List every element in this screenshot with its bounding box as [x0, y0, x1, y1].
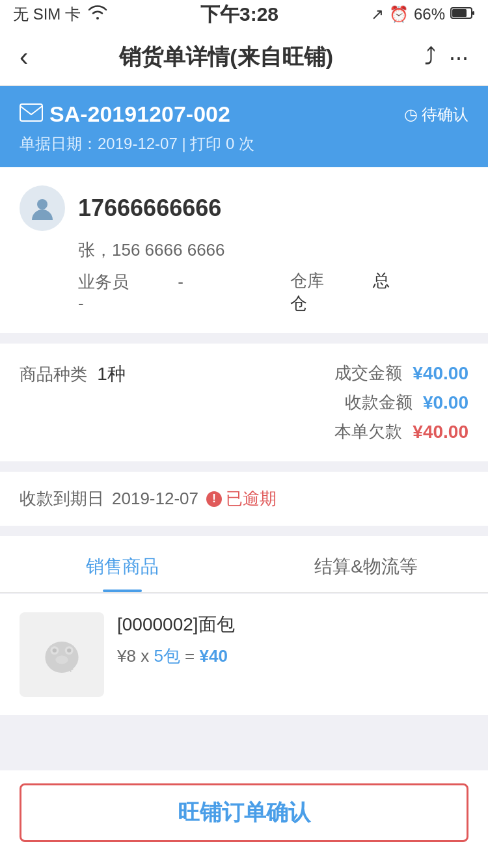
bottom-bar: 旺铺订单确认 [0, 770, 488, 868]
product-total: ¥40 [199, 646, 227, 666]
wifi-icon [87, 5, 108, 24]
svg-rect-3 [20, 104, 42, 121]
order-id-row: SA-20191207-002 [20, 102, 230, 127]
nav-bar: ‹ 销货单详情(来自旺铺) ⤴ ··· [0, 29, 488, 86]
status-left: 无 SIM 卡 [13, 4, 108, 25]
transaction-value: ¥40.00 [413, 363, 468, 384]
clock-icon: ◷ [404, 105, 418, 124]
back-button[interactable]: ‹ [20, 42, 28, 72]
transaction-label: 成交金额 [334, 362, 402, 385]
page-title: 销货单详情(来自旺铺) [119, 42, 333, 72]
navigation-icon: ↗ [371, 5, 384, 23]
collected-value: ¥0.00 [423, 392, 468, 413]
svg-rect-1 [452, 9, 467, 17]
order-id-text: SA-20191207-002 [49, 102, 230, 127]
overdue-text: 已逾期 [226, 487, 277, 510]
product-price: ¥8 x 5包 = ¥40 [117, 645, 468, 668]
due-date-card: 收款到期日 2019-12-07 ! 已逾期 [0, 472, 488, 526]
overdue-badge: ! 已逾期 [206, 487, 277, 510]
more-icon[interactable]: ··· [449, 44, 468, 71]
status-right: ↗ ⏰ 66% [371, 5, 475, 23]
customer-meta: 业务员 -- 仓库 总仓 [20, 269, 468, 315]
svg-rect-2 [472, 11, 474, 15]
product-name: [0000002]面包 [117, 612, 468, 637]
due-date-value: 2019-12-07 [112, 489, 198, 509]
debt-value: ¥40.00 [413, 422, 468, 442]
svg-point-4 [37, 199, 47, 210]
collected-label: 收款金额 [345, 391, 413, 414]
product-card: + [0000002]面包 ¥8 x 5包 = ¥40 [0, 594, 488, 715]
product-equals: = [180, 646, 200, 666]
customer-avatar [20, 185, 65, 231]
order-status-text: 待确认 [422, 104, 468, 125]
customer-phone: 17666666666 [78, 195, 221, 222]
customer-card: 17666666666 张，156 6666 6666 业务员 -- 仓库 总仓 [0, 167, 488, 333]
status-time: 下午3:28 [200, 1, 278, 28]
amount-summary: 成交金额 ¥40.00 收款金额 ¥0.00 本单欠款 ¥40.00 [334, 362, 468, 443]
customer-name: 张，156 6666 6666 [20, 239, 468, 262]
svg-point-10 [53, 648, 57, 652]
sales-label: 业务员 -- [78, 271, 212, 314]
debt-label: 本单欠款 [334, 420, 402, 443]
product-qty: 5包 [154, 646, 180, 666]
status-bar: 无 SIM 卡 下午3:28 ↗ ⏰ 66% [0, 0, 488, 29]
tab-settlement[interactable]: 结算&物流等 [244, 536, 488, 592]
svg-point-11 [67, 648, 71, 652]
svg-text:+: + [68, 664, 74, 675]
share-icon[interactable]: ⤴ [424, 44, 436, 71]
order-date: 单据日期：2019-12-07 | 打印 0 次 [20, 133, 468, 154]
due-date-label: 收款到期日 [20, 487, 104, 510]
tab-sales-goods[interactable]: 销售商品 [0, 536, 244, 592]
battery-level: 66% [414, 5, 445, 23]
confirm-button[interactable]: 旺铺订单确认 [20, 783, 468, 842]
overdue-icon: ! [206, 491, 222, 507]
sim-status: 无 SIM 卡 [13, 4, 81, 25]
product-info: [0000002]面包 ¥8 x 5包 = ¥40 [117, 612, 468, 668]
order-header: SA-20191207-002 ◷ 待确认 单据日期：2019-12-07 | … [0, 86, 488, 167]
warehouse-label: 仓库 总仓 [290, 269, 429, 315]
alarm-icon: ⏰ [389, 5, 409, 23]
order-status: ◷ 待确认 [404, 104, 468, 125]
summary-card: 商品种类 1种 成交金额 ¥40.00 收款金额 ¥0.00 本单欠款 ¥40.… [0, 344, 488, 461]
battery-icon [450, 5, 475, 23]
product-image: + [20, 612, 104, 697]
tabs: 销售商品 结算&物流等 [0, 536, 488, 593]
product-unit-price: ¥8 x [117, 646, 154, 666]
tabs-container: 销售商品 结算&物流等 [0, 536, 488, 593]
nav-actions: ⤴ ··· [424, 44, 468, 71]
order-envelope-icon [20, 102, 43, 127]
svg-point-12 [55, 656, 68, 664]
goods-type: 商品种类 1种 [20, 362, 126, 387]
